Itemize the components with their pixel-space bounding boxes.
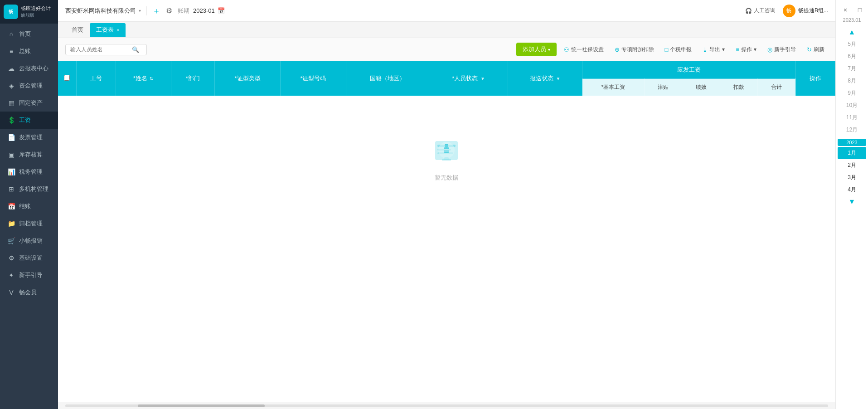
panel-scroll-down-button[interactable]: ▼ bbox=[847, 196, 858, 208]
service-button[interactable]: 🎧 人工咨询 bbox=[745, 7, 776, 15]
sidebar-item-fixed-assets[interactable]: ▦ 固定资产 bbox=[0, 94, 58, 112]
guide-label: 新手引导 bbox=[774, 46, 796, 54]
building-icon: ▦ bbox=[7, 99, 15, 107]
sort-name-icon[interactable]: ⇅ bbox=[150, 76, 153, 81]
sidebar-item-guide[interactable]: ✦ 新手引导 bbox=[0, 267, 58, 284]
actions-button[interactable]: ≡ 操作 ▾ bbox=[732, 44, 760, 55]
refresh-button[interactable]: ↻ 刷新 bbox=[803, 44, 828, 55]
special-deduction-icon: ⊕ bbox=[615, 46, 620, 53]
sidebar-item-label: 基础设置 bbox=[19, 254, 43, 262]
scroll-track bbox=[65, 404, 828, 407]
special-deduction-button[interactable]: ⊕ 专项附加扣除 bbox=[611, 44, 658, 55]
social-security-label: 统一社保设置 bbox=[571, 46, 604, 54]
multi-org-icon: ⊞ bbox=[7, 185, 15, 193]
month-item-6[interactable]: 6月 bbox=[838, 50, 867, 63]
month-item-feb[interactable]: 2月 bbox=[838, 159, 867, 171]
avatar: 畅 bbox=[783, 5, 795, 17]
scroll-bar-area bbox=[58, 402, 835, 409]
month-item-12[interactable]: 12月 bbox=[838, 124, 867, 136]
add-person-button[interactable]: 添加人员 ▾ bbox=[516, 43, 557, 56]
calendar-icon[interactable]: 📅 bbox=[218, 7, 225, 14]
sidebar-item-label: 资金管理 bbox=[19, 82, 43, 90]
sidebar-item-cloud-report[interactable]: ☁ 云报表中心 bbox=[0, 60, 58, 77]
close-window-button[interactable]: × bbox=[838, 3, 853, 17]
sidebar-item-home[interactable]: ⌂ 首页 bbox=[0, 25, 58, 43]
tab-home[interactable]: 首页 bbox=[65, 23, 90, 37]
period-label: 账期 bbox=[178, 7, 189, 15]
sidebar-item-close[interactable]: 📅 结账 bbox=[0, 198, 58, 215]
add-company-button[interactable]: ＋ bbox=[152, 5, 160, 16]
empty-illustration bbox=[428, 132, 465, 168]
table-wrap: 工号 *姓名 ⇅ *部门 *证型类型 *证型号码 国籍（地区） *人员状态 ▼ bbox=[58, 61, 835, 402]
col-actions: 操作 bbox=[795, 61, 835, 96]
empty-state: 暂无数据 bbox=[58, 96, 835, 218]
month-item-10[interactable]: 10月 bbox=[838, 99, 867, 112]
sidebar-item-tax[interactable]: 📊 税务管理 bbox=[0, 163, 58, 180]
sidebar-item-invoice[interactable]: 📄 发票管理 bbox=[0, 129, 58, 146]
month-item-apr[interactable]: 4月 bbox=[838, 184, 867, 196]
refresh-icon: ↻ bbox=[807, 46, 812, 53]
service-label: 人工咨询 bbox=[754, 7, 776, 15]
sidebar-item-label: 畅会员 bbox=[19, 288, 37, 297]
sidebar-item-label: 税务管理 bbox=[19, 168, 43, 176]
content-area: 🔍 添加人员 ▾ ⚇ 统一社保设置 ⊕ 专项附加扣除 □ 个税申报 bbox=[58, 38, 835, 409]
company-settings-button[interactable]: ⚙ bbox=[166, 6, 172, 15]
month-item-8[interactable]: 8月 bbox=[838, 75, 867, 87]
col-report-status: 报送状态 ▼ bbox=[508, 61, 582, 96]
sidebar-item-label: 新手引导 bbox=[19, 271, 43, 279]
sidebar-item-expense[interactable]: 🛒 小畅报销 bbox=[0, 232, 58, 249]
sidebar-nav: ⌂ 首页 ≡ 总账 ☁ 云报表中心 ◈ 资金管理 ▦ 固定资产 💲 工资 📄 发… bbox=[0, 24, 58, 409]
sidebar-item-multi-org[interactable]: ⊞ 多机构管理 bbox=[0, 180, 58, 198]
panel-scroll-up-button[interactable]: ▲ bbox=[847, 26, 858, 38]
month-item-7[interactable]: 7月 bbox=[838, 63, 867, 75]
col-id-num: *证型号码 bbox=[280, 61, 346, 96]
search-input[interactable] bbox=[70, 46, 129, 53]
sidebar-item-label: 库存核算 bbox=[19, 151, 43, 159]
col-allowance: 津贴 bbox=[644, 79, 682, 96]
topbar: 西安虾米网络科技有限公司 ▾ ＋ ⚙ 账期 2023-01 📅 🎧 人工咨询 畅… bbox=[58, 0, 835, 22]
payroll-table: 工号 *姓名 ⇅ *部门 *证型类型 *证型号码 国籍（地区） *人员状态 ▼ bbox=[58, 61, 835, 218]
payroll-icon: 💲 bbox=[7, 117, 15, 124]
company-selector[interactable]: 西安虾米网络科技有限公司 ▾ bbox=[65, 7, 141, 15]
tax-button[interactable]: □ 个税申报 bbox=[661, 44, 696, 55]
sidebar-item-archive[interactable]: 📁 归档管理 bbox=[0, 215, 58, 232]
sidebar-item-fund[interactable]: ◈ 资金管理 bbox=[0, 77, 58, 94]
person-status-filter-icon[interactable]: ▼ bbox=[480, 76, 485, 81]
member-icon: V bbox=[7, 289, 15, 296]
toolbar: 🔍 添加人员 ▾ ⚇ 统一社保设置 ⊕ 专项附加扣除 □ 个税申报 bbox=[58, 38, 835, 61]
scroll-thumb[interactable] bbox=[138, 404, 265, 407]
logo-title: 畅应通好会计 bbox=[21, 5, 51, 12]
select-all-checkbox[interactable] bbox=[64, 75, 70, 81]
export-button[interactable]: ⤓ 导出 ▾ bbox=[699, 44, 728, 55]
col-deduction: 扣款 bbox=[720, 79, 757, 96]
sidebar-item-ledger[interactable]: ≡ 总账 bbox=[0, 43, 58, 60]
social-security-button[interactable]: ⚇ 统一社保设置 bbox=[560, 44, 607, 55]
report-status-filter-icon[interactable]: ▼ bbox=[556, 76, 560, 81]
sidebar-item-inventory[interactable]: ▣ 库存核算 bbox=[0, 146, 58, 163]
search-icon: 🔍 bbox=[132, 46, 139, 53]
month-item-mar[interactable]: 3月 bbox=[838, 171, 867, 184]
month-item-5[interactable]: 5月 bbox=[838, 38, 867, 50]
sidebar-item-payroll[interactable]: 💲 工资 bbox=[0, 112, 58, 129]
main-area: 西安虾米网络科技有限公司 ▾ ＋ ⚙ 账期 2023-01 📅 🎧 人工咨询 畅… bbox=[58, 0, 835, 409]
tab-close-icon[interactable]: × bbox=[116, 27, 119, 33]
export-label: 导出 bbox=[709, 46, 720, 54]
fund-icon: ◈ bbox=[7, 82, 15, 89]
sidebar-item-member[interactable]: V 畅会员 bbox=[0, 284, 58, 301]
inventory-icon: ▣ bbox=[7, 151, 15, 158]
month-item-11[interactable]: 11月 bbox=[838, 112, 867, 124]
sidebar-item-label: 发票管理 bbox=[19, 133, 43, 141]
user-menu[interactable]: 畅 畅提通B组... bbox=[783, 5, 828, 17]
social-security-icon: ⚇ bbox=[564, 46, 569, 53]
date-panel: × □ 2023.01 ▲ 5月 6月 7月 8月 9月 10月 11月 12月… bbox=[835, 0, 868, 409]
month-item-9[interactable]: 9月 bbox=[838, 87, 867, 99]
maximize-window-button[interactable]: □ bbox=[853, 3, 867, 17]
guide-icon: ✦ bbox=[7, 272, 15, 279]
col-employee-id: 工号 bbox=[76, 61, 116, 96]
month-item-jan[interactable]: 1月 bbox=[838, 147, 867, 159]
export-icon: ⤓ bbox=[703, 46, 708, 53]
sidebar-item-settings[interactable]: ⚙ 基础设置 bbox=[0, 249, 58, 267]
guide-button[interactable]: ◎ 新手引导 bbox=[764, 44, 800, 55]
tab-payroll[interactable]: 工资表 × bbox=[90, 23, 126, 37]
guide-toolbar-icon: ◎ bbox=[767, 46, 772, 53]
